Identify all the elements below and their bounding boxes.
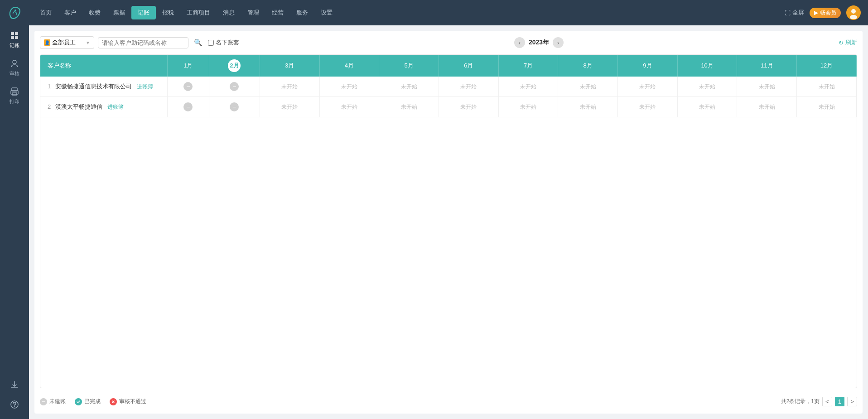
nav-management[interactable]: 管理 bbox=[241, 6, 265, 19]
sidebar-item-support[interactable] bbox=[0, 395, 29, 414]
col-month-3: 3月 bbox=[260, 55, 319, 77]
row-num-1: 1 bbox=[48, 83, 51, 90]
svg-point-0 bbox=[14, 10, 16, 11]
row-num-2: 2 bbox=[48, 103, 51, 110]
table-row: 1 安徽畅捷通信息技术有限公司 进账簿 − − 未开始 未开始 未开始 未开始 … bbox=[40, 77, 857, 97]
support-icon bbox=[9, 399, 20, 410]
nav-billing[interactable]: 收费 bbox=[82, 6, 107, 19]
legend-failed: 审核不通过 bbox=[110, 398, 146, 405]
nav-operations[interactable]: 经营 bbox=[265, 6, 290, 19]
cell-2-1: − bbox=[167, 97, 209, 117]
my-accounts-label: 名下账套 bbox=[216, 39, 239, 47]
cell-2-12: 未开始 bbox=[797, 97, 857, 117]
search-button[interactable]: 🔍 bbox=[192, 37, 204, 48]
my-accounts-checkbox[interactable] bbox=[208, 40, 214, 46]
enter-link-2[interactable]: 进账簿 bbox=[107, 104, 124, 110]
content-area: 👤 全部员工 ▼ 🔍 名下账套 ‹ 2023年 › ↻ 刷新 bbox=[29, 25, 868, 419]
next-page-button[interactable]: > bbox=[847, 397, 857, 406]
sidebar-item-audit-label: 审核 bbox=[10, 70, 19, 77]
employee-select[interactable]: 👤 全部员工 ▼ bbox=[40, 36, 94, 49]
col-month-12: 12月 bbox=[797, 55, 857, 77]
legend-completed: 已完成 bbox=[75, 398, 101, 405]
cell-2-7: 未开始 bbox=[498, 97, 558, 117]
toolbar: 👤 全部员工 ▼ 🔍 名下账套 ‹ 2023年 › ↻ 刷新 bbox=[40, 36, 857, 49]
cell-1-3: 未开始 bbox=[260, 77, 319, 97]
sidebar-item-accounting-label: 记账 bbox=[10, 42, 19, 49]
prev-page-button[interactable]: < bbox=[822, 397, 832, 406]
app-logo bbox=[6, 5, 23, 21]
sidebar-item-download[interactable] bbox=[0, 375, 29, 395]
table-row: 2 漠澳太平畅捷通信 进账簿 − − 未开始 未开始 未开始 未开始 未开始 未… bbox=[40, 97, 857, 117]
table-header-row: 客户名称 1月 2月 3月 4月 5月 6月 7月 8月 9月 10月 11月 bbox=[40, 55, 857, 77]
svg-point-12 bbox=[851, 9, 856, 14]
cell-1-10: 未开始 bbox=[677, 77, 737, 97]
col-month-11: 11月 bbox=[737, 55, 797, 77]
col-month-8: 8月 bbox=[558, 55, 618, 77]
cell-1-9: 未开始 bbox=[618, 77, 678, 97]
accounting-icon bbox=[9, 30, 20, 41]
nav-message[interactable]: 消息 bbox=[217, 6, 241, 19]
cell-1-1: − bbox=[167, 77, 209, 97]
company-name-1: 安徽畅捷通信息技术有限公司 bbox=[55, 83, 132, 90]
member-label: 畅会员 bbox=[820, 9, 836, 17]
enter-link-1[interactable]: 进账簿 bbox=[137, 83, 153, 90]
refresh-button[interactable]: ↻ 刷新 bbox=[839, 39, 857, 47]
fullscreen-label: 全屏 bbox=[792, 9, 804, 17]
page-1-button[interactable]: 1 bbox=[835, 397, 844, 406]
col-month-2: 2月 bbox=[209, 55, 260, 77]
cell-1-6: 未开始 bbox=[439, 77, 498, 97]
nav-accounting[interactable]: 记账 bbox=[131, 6, 156, 19]
sidebar-logo bbox=[0, 0, 29, 25]
cell-2-11: 未开始 bbox=[737, 97, 797, 117]
employee-select-label: 全部员工 bbox=[52, 39, 76, 47]
nav-invoice[interactable]: 票据 bbox=[107, 6, 131, 19]
legend-teal-circle bbox=[75, 398, 82, 405]
cell-1-8: 未开始 bbox=[558, 77, 618, 97]
nav-service[interactable]: 服务 bbox=[290, 6, 314, 19]
next-year-button[interactable]: › bbox=[553, 37, 564, 48]
legend-completed-label: 已完成 bbox=[84, 398, 101, 405]
fullscreen-button[interactable]: ⛶ 全屏 bbox=[785, 9, 804, 17]
cell-company-2: 2 漠澳太平畅捷通信 进账簿 bbox=[40, 97, 167, 117]
refresh-icon: ↻ bbox=[839, 39, 844, 46]
search-input[interactable] bbox=[98, 37, 188, 48]
topnav-right: ⛶ 全屏 ▶ 畅会员 bbox=[785, 5, 868, 20]
sidebar: 记账 审核 打印 bbox=[0, 0, 29, 419]
col-month-9: 9月 bbox=[618, 55, 678, 77]
nav-settings[interactable]: 设置 bbox=[314, 6, 339, 19]
prev-year-button[interactable]: ‹ bbox=[514, 37, 525, 48]
legend-failed-label: 审核不通过 bbox=[119, 398, 146, 405]
footer: 未建账 已完成 审核不通过 共2条记录，1页 < bbox=[40, 392, 857, 408]
sidebar-item-audit[interactable]: 审核 bbox=[0, 53, 29, 82]
cell-1-11: 未开始 bbox=[737, 77, 797, 97]
topnav: 首页 客户 收费 票据 记账 报税 工商项目 消息 管理 经营 服务 设置 ⛶ … bbox=[29, 0, 868, 25]
cell-2-2: − bbox=[209, 97, 260, 117]
print-icon bbox=[9, 86, 20, 97]
sidebar-item-print-label: 打印 bbox=[10, 98, 19, 105]
sidebar-item-accounting[interactable]: 记账 bbox=[0, 25, 29, 53]
nav-business[interactable]: 工商项目 bbox=[180, 6, 217, 19]
employee-icon: 👤 bbox=[44, 39, 50, 46]
cell-2-4: 未开始 bbox=[319, 97, 379, 117]
cell-company-1: 1 安徽畅捷通信息技术有限公司 进账簿 bbox=[40, 77, 167, 97]
main-area: 首页 客户 收费 票据 记账 报税 工商项目 消息 管理 经营 服务 设置 ⛶ … bbox=[29, 0, 868, 419]
col-customer-name: 客户名称 bbox=[40, 55, 167, 77]
cell-2-6: 未开始 bbox=[439, 97, 498, 117]
legend-not-started: 未建账 bbox=[40, 398, 66, 405]
cell-2-10: 未开始 bbox=[677, 97, 737, 117]
record-info: 共2条记录，1页 bbox=[781, 398, 820, 405]
cell-2-5: 未开始 bbox=[379, 97, 439, 117]
fullscreen-icon: ⛶ bbox=[785, 10, 791, 16]
sidebar-item-print[interactable]: 打印 bbox=[0, 82, 29, 110]
cell-1-2: − bbox=[209, 77, 260, 97]
user-avatar[interactable] bbox=[846, 5, 861, 20]
col-month-4: 4月 bbox=[319, 55, 379, 77]
nav-home[interactable]: 首页 bbox=[34, 6, 58, 19]
nav-tax[interactable]: 报税 bbox=[156, 6, 180, 19]
year-nav: ‹ 2023年 › bbox=[514, 37, 564, 48]
chevron-down-icon: ▼ bbox=[86, 40, 90, 45]
my-accounts-checkbox-label[interactable]: 名下账套 bbox=[208, 39, 239, 47]
nav-customer[interactable]: 客户 bbox=[58, 6, 82, 19]
member-button[interactable]: ▶ 畅会员 bbox=[810, 8, 841, 18]
sidebar-bottom bbox=[0, 375, 29, 419]
